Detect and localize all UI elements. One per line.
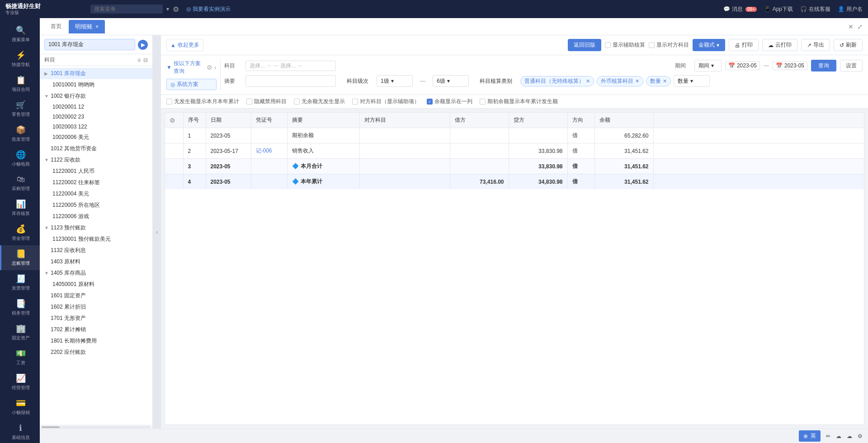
sidebar-item-salary[interactable]: 💵 工资: [0, 345, 40, 370]
sidebar-item-base[interactable]: ℹ 基础信息: [0, 419, 40, 443]
voucher-link-2[interactable]: 记-006: [256, 148, 272, 154]
message-btn[interactable]: 💬 消息 99+: [723, 5, 757, 13]
tag-1-remove[interactable]: ✕: [586, 78, 590, 84]
sidebar-item-retail[interactable]: 🛒 零售管理: [0, 96, 40, 121]
tree-item-2202[interactable]: 2202 应付账款: [40, 347, 152, 358]
cloud-icon-bar[interactable]: ☁: [836, 433, 841, 439]
sidebar-item-search[interactable]: 🔍 搜索菜单: [0, 22, 40, 47]
sidebar-item-ledger[interactable]: 📒 总账管理: [0, 245, 40, 270]
hide-disabled-check[interactable]: 隐藏禁用科目: [246, 98, 287, 105]
sidebar-item-wholesale[interactable]: 📦 批发管理: [0, 121, 40, 146]
tree-item-11220005[interactable]: 11220005 所在地区: [40, 200, 152, 211]
tree-item-1001[interactable]: ▶ 1001 库存现金: [40, 68, 152, 79]
tree-item-1702[interactable]: 1702 累计摊销: [40, 324, 152, 335]
panel-toggle[interactable]: ‹: [153, 35, 161, 429]
tag-2-remove[interactable]: ✕: [635, 78, 639, 84]
top-search-input[interactable]: [90, 5, 163, 14]
demo-link[interactable]: ◎ 我要看实例演示: [186, 5, 231, 13]
tree-item-10020001[interactable]: 10020001 12: [40, 102, 152, 112]
balance-one-col-box[interactable]: ✓: [427, 99, 433, 105]
tree-item-14050001[interactable]: 14050001 原材料: [40, 279, 152, 290]
hide-disabled-box[interactable]: [246, 99, 252, 105]
tree-item-1123[interactable]: ▼ 1123 预付账款: [40, 222, 152, 233]
tree-item-1602[interactable]: 1602 累计折旧: [40, 301, 152, 313]
initial-amount-box[interactable]: [480, 99, 486, 105]
quantity-dropdown[interactable]: 数量 ▾: [674, 75, 710, 87]
online-service-btn[interactable]: 🎧 在线客服: [800, 5, 830, 13]
setup-btn[interactable]: 设置: [840, 60, 863, 71]
settings-icon[interactable]: ⚙: [173, 5, 179, 14]
sidebar-item-purchase[interactable]: 🛍 采购管理: [0, 171, 40, 195]
tree-item-11220001[interactable]: 11220001 人民币: [40, 166, 152, 177]
scrollbar-thumb[interactable]: [42, 426, 60, 428]
no-occurrence-box[interactable]: [166, 99, 172, 105]
tree-item-1405[interactable]: ▼ 1405 库存商品: [40, 267, 152, 279]
settings-icon-bar[interactable]: ⚙: [858, 433, 863, 439]
period-end-input[interactable]: 📅 2023-05: [773, 61, 807, 70]
show-contra-check[interactable]: 显示对方科目: [649, 41, 689, 49]
translate-btn[interactable]: ⊕ 英: [799, 430, 821, 442]
level-from-select[interactable]: 1级 ▾: [377, 75, 413, 87]
sidebar-item-ecommerce[interactable]: 🌐 小畅电商: [0, 146, 40, 171]
no-occurrence-check[interactable]: 无发生额显示本月本年累计: [166, 98, 239, 105]
aux-checkbox[interactable]: [605, 42, 611, 48]
query-btn[interactable]: 查询: [811, 60, 836, 71]
period-mode-select[interactable]: 期间 ▾: [694, 60, 722, 71]
initial-amount-check[interactable]: 期初余额显示本年累计发生额: [480, 98, 558, 105]
sidebar-item-xc-sales[interactable]: 💳 小畅报销: [0, 395, 40, 419]
filter-left-arrow-icon[interactable]: ‹: [214, 64, 217, 71]
sidebar-item-quick-nav[interactable]: ⚡ 快捷导航: [0, 47, 40, 71]
amount-mode-btn[interactable]: 金额式 ▾: [693, 39, 725, 51]
tree-item-10020003[interactable]: 10020003 122: [40, 122, 152, 132]
return-old-btn[interactable]: 返回旧版: [568, 39, 601, 51]
window-close-icon[interactable]: ✕: [848, 23, 854, 30]
summary-input[interactable]: [245, 75, 336, 87]
tree-item-11220002[interactable]: 11220002 往来标签: [40, 177, 152, 188]
tab-close-icon[interactable]: ×: [95, 24, 99, 30]
tree-item-11230001[interactable]: 11230001 预付账款美元: [40, 233, 152, 245]
selected-account-display[interactable]: 1001 库存现金: [44, 39, 135, 50]
user-avatar[interactable]: 👤 用户名: [838, 5, 863, 13]
no-balance-check[interactable]: 无余额无发生显示: [294, 98, 345, 105]
tree-item-10020002[interactable]: 10020002 23: [40, 112, 152, 122]
export-btn[interactable]: ↗ 导出: [801, 39, 830, 51]
tree-item-10020006[interactable]: 10020006 美元: [40, 132, 152, 143]
sidebar-item-fund[interactable]: 💰 资金管理: [0, 220, 40, 245]
subject-select[interactable]: 选择... ··· — 选择... ···: [245, 61, 336, 71]
filter-settings-icon[interactable]: ⚙: [207, 64, 212, 71]
collapse-tree-icon[interactable]: ⊟: [143, 57, 148, 63]
contra-show-box[interactable]: [352, 99, 358, 105]
cloud2-icon-bar[interactable]: ☁: [847, 433, 852, 439]
refresh-btn[interactable]: ↺ 刷新: [834, 39, 863, 51]
tree-item-1801[interactable]: 1801 长期待摊费用: [40, 335, 152, 347]
sidebar-item-project[interactable]: 📋 项目合同: [0, 71, 40, 96]
navigate-arrow[interactable]: ▶: [138, 40, 148, 50]
level-to-select[interactable]: 6级 ▾: [433, 75, 469, 87]
print-btn[interactable]: 🖨 打印: [729, 39, 759, 51]
tree-item-10010001[interactable]: 10010001 哟哟哟: [40, 79, 152, 91]
period-start-input[interactable]: 📅 2023-05: [725, 61, 760, 70]
show-aux-check[interactable]: 显示辅助核算: [605, 41, 645, 49]
contra-checkbox[interactable]: [649, 42, 655, 48]
app-download-btn[interactable]: 📱 App下载: [764, 5, 793, 13]
sidebar-item-tax[interactable]: 📑 税务管理: [0, 295, 40, 320]
system-scheme-btn[interactable]: ◎ 系统方案: [166, 79, 217, 90]
tab-home[interactable]: 首页: [45, 20, 67, 33]
tree-item-1132[interactable]: 1132 应收利息: [40, 245, 152, 256]
sidebar-item-invoice[interactable]: 🧾 发票管理: [0, 270, 40, 295]
tree-item-1002[interactable]: ▼ 1002 银行存款: [40, 91, 152, 102]
no-balance-box[interactable]: [294, 99, 300, 105]
window-max-icon[interactable]: ⤢: [857, 23, 863, 30]
balance-one-col-check[interactable]: ✓ 余额显示在一列: [427, 98, 472, 105]
contra-show-check[interactable]: 对方科目（显示辅助项）: [352, 98, 420, 105]
filter-collapse-text[interactable]: 按以下方案查询: [174, 60, 203, 75]
tree-item-11220006[interactable]: 11220006 游戏: [40, 211, 152, 222]
dropdown-icon[interactable]: ▾: [166, 6, 169, 12]
tree-item-1601[interactable]: 1601 固定资产: [40, 290, 152, 301]
tree-item-1122[interactable]: ▼ 1122 应收款: [40, 154, 152, 166]
tree-item-11220004[interactable]: 11220004 美元: [40, 188, 152, 200]
sidebar-item-asset[interactable]: 🏢 固定资产: [0, 320, 40, 345]
list-icon[interactable]: ≡: [137, 57, 141, 63]
quantity-tag-remove[interactable]: ✕: [663, 78, 667, 84]
tree-item-1012[interactable]: 1012 其他货币资金: [40, 143, 152, 154]
